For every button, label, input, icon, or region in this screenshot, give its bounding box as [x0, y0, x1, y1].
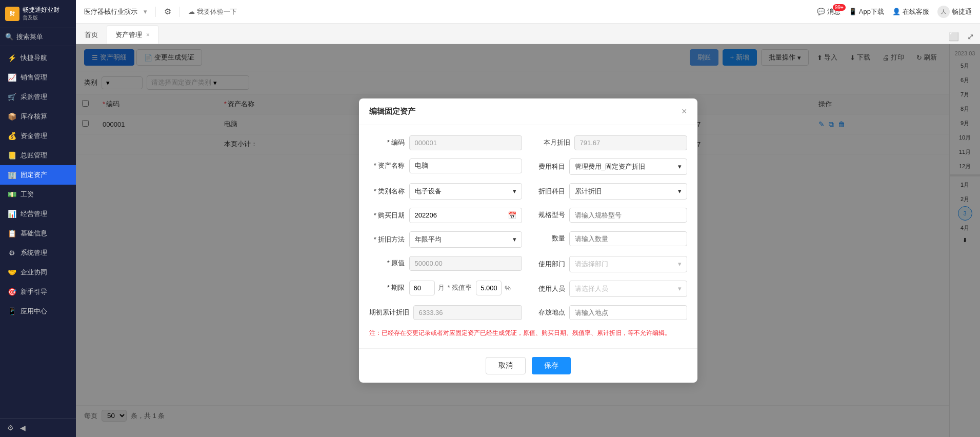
purchase-date-input[interactable]: 202206 📅: [409, 208, 522, 223]
topbar-app-download[interactable]: 📱 App下载: [849, 7, 884, 16]
cancel-button[interactable]: 取消: [486, 357, 526, 374]
topbar-online-service[interactable]: 👤 在线客服: [892, 7, 929, 16]
form-item-monthly-dep: 本月折旧: [534, 135, 687, 150]
sidebar-item-ledger[interactable]: 📒 总账管理: [0, 146, 76, 165]
username-label: 畅捷通: [952, 7, 972, 16]
sidebar-bottom: ⚙ ◀: [0, 418, 76, 437]
sidebar-item-enterprise[interactable]: 🤝 企业协同: [0, 263, 76, 282]
collapse-sidebar-icon[interactable]: ◀: [20, 424, 26, 432]
modal-header: 编辑固定资产 ×: [359, 98, 697, 125]
form-item-dept: 使用部门 请选择部门 ▾: [534, 256, 687, 272]
tab-close-icon[interactable]: ×: [146, 31, 150, 38]
sidebar-item-payroll[interactable]: 💵 工资: [0, 185, 76, 204]
feedback-cloud-icon: ☁: [188, 8, 195, 15]
tab-asset-management[interactable]: 资产管理 ×: [107, 25, 158, 44]
settings-bottom-icon[interactable]: ⚙: [7, 424, 14, 432]
spec-input[interactable]: [569, 208, 687, 223]
dep-method-select[interactable]: 年限平均 ▾: [409, 231, 522, 248]
period-row: 月 * 残值率 %: [409, 281, 522, 295]
form-item-initial-dep: 期初累计折旧: [369, 305, 522, 320]
company-name: 医疗器械行业演示: [84, 7, 137, 16]
chevron-down-icon: ▾: [513, 235, 516, 243]
sidebar-search-label: 搜索菜单: [16, 32, 43, 42]
sidebar-item-sales[interactable]: 📈 销售管理: [0, 68, 76, 87]
sidebar-item-label: 经营管理: [21, 209, 47, 218]
company-dropdown-icon[interactable]: ▾: [144, 8, 147, 15]
finance-icon: 💰: [7, 131, 16, 141]
sidebar-item-guide[interactable]: 🎯 新手引导: [0, 282, 76, 302]
modal-right-col-dep: 本月折旧: [534, 135, 687, 150]
code-input[interactable]: [409, 135, 522, 150]
online-service-label: 在线客服: [903, 7, 929, 16]
sidebar-item-label: 采购管理: [21, 92, 47, 102]
chevron-down-icon: ▾: [678, 187, 682, 195]
sidebar-item-app-center[interactable]: 📱 应用中心: [0, 302, 76, 321]
dept-select[interactable]: 请选择部门 ▾: [569, 256, 687, 272]
sidebar-item-purchase[interactable]: 🛒 采购管理: [0, 87, 76, 107]
messages-badge: 99+: [833, 4, 846, 11]
user-select[interactable]: 请选择人员 ▾: [569, 281, 687, 297]
category-select[interactable]: 电子设备 ▾: [409, 183, 522, 200]
modal-right-location: 存放地点: [534, 305, 687, 320]
topbar-feedback[interactable]: ☁ 我要体验一下: [188, 7, 237, 16]
sidebar-item-basic-info[interactable]: 📋 基础信息: [0, 224, 76, 243]
sidebar-item-label: 固定资产: [21, 170, 47, 180]
user-label: 使用人员: [534, 284, 565, 293]
feedback-text: 我要体验一下: [197, 7, 237, 16]
sidebar-item-label: 快捷导航: [21, 53, 47, 63]
location-input[interactable]: [569, 305, 687, 320]
logo-icon: 财: [5, 7, 19, 21]
content-area: ☰ 资产明细 📄 变更生成凭证 刷账 + 新增: [76, 44, 980, 437]
modal-right-dept: 使用部门 请选择部门 ▾: [534, 256, 687, 272]
operations-icon: 📊: [7, 209, 16, 218]
sidebar-logo: 财 畅捷通好业财 普及版: [0, 0, 76, 28]
initial-dep-input: [413, 305, 522, 320]
quick-nav-icon: ⚡: [7, 53, 16, 63]
modal-close-button[interactable]: ×: [682, 107, 687, 116]
chevron-down-icon: ▾: [513, 187, 516, 195]
sidebar-item-quick-nav[interactable]: ⚡ 快捷导航: [0, 48, 76, 68]
modal-note: 注：已经存在变更记录或者对应固定资产已经生成凭证，原值、购买日期、残值率、累计折…: [369, 328, 687, 338]
app-center-icon: 📱: [7, 307, 16, 316]
search-icon: 🔍: [5, 33, 13, 41]
form-item-category: * 类别名称 电子设备 ▾: [369, 183, 522, 200]
tab-bar-right: ⬜ ⤢: [947, 30, 980, 44]
name-input[interactable]: [409, 158, 522, 173]
tab-restore-icon[interactable]: ⬜: [947, 30, 961, 44]
initial-dep-label: 期初累计折旧: [369, 308, 409, 317]
original-value-input: [409, 256, 522, 271]
purchase-date-value: 202206: [415, 211, 437, 219]
form-item-period: * 期限 月 * 残值率 %: [369, 281, 522, 295]
save-button[interactable]: 保存: [532, 357, 571, 374]
form-item-expense-subject: 费用科目 管理费用_固定资产折旧 ▾: [534, 158, 687, 175]
sidebar-item-fixed-assets[interactable]: 🏢 固定资产: [0, 165, 76, 185]
sidebar-nav: ⚡ 快捷导航 📈 销售管理 🛒 采购管理 📦 库存核算 💰 资金管理 📒 总账管…: [0, 46, 76, 418]
sidebar-item-label: 新手引导: [21, 287, 47, 296]
quantity-input[interactable]: [569, 231, 687, 246]
residual-rate-label: * 残值率: [448, 283, 472, 292]
topbar-user[interactable]: 人 畅捷通: [937, 6, 972, 18]
sidebar-item-inventory[interactable]: 📦 库存核算: [0, 107, 76, 126]
expense-subject-label: 费用科目: [534, 162, 565, 171]
topbar-settings-icon[interactable]: ⚙: [164, 7, 171, 16]
form-item-quantity: 数量: [534, 231, 687, 246]
dep-method-value: 年限平均: [415, 235, 442, 244]
tab-expand-icon[interactable]: ⤢: [965, 30, 976, 44]
sidebar-item-system[interactable]: ⚙ 系统管理: [0, 243, 76, 263]
sidebar-item-finance[interactable]: 💰 资金管理: [0, 126, 76, 146]
modal-right-dep-subject: 折旧科目 累计折旧 ▾: [534, 183, 687, 200]
expense-subject-select[interactable]: 管理费用_固定资产折旧 ▾: [569, 158, 687, 175]
sidebar-item-operations[interactable]: 📊 经营管理: [0, 204, 76, 224]
sidebar: 财 畅捷通好业财 普及版 🔍 搜索菜单 ⚡ 快捷导航 📈 销售管理 🛒 采购管理…: [0, 0, 76, 437]
modal-left-period: * 期限 月 * 残值率 %: [369, 281, 522, 297]
topbar-messages[interactable]: 💬 消息 99+: [817, 7, 841, 16]
dep-subject-select[interactable]: 累计折旧 ▾: [569, 183, 687, 200]
sidebar-item-label: 企业协同: [21, 268, 47, 277]
modal-right-user: 使用人员 请选择人员 ▾: [534, 281, 687, 297]
sidebar-item-search[interactable]: 🔍 搜索菜单: [0, 28, 76, 46]
topbar-divider: [155, 7, 156, 17]
service-icon: 👤: [892, 8, 901, 15]
tab-asset-label: 资产管理: [115, 30, 142, 39]
tab-home[interactable]: 首页: [76, 25, 107, 44]
dep-subject-label: 折旧科目: [534, 187, 565, 196]
